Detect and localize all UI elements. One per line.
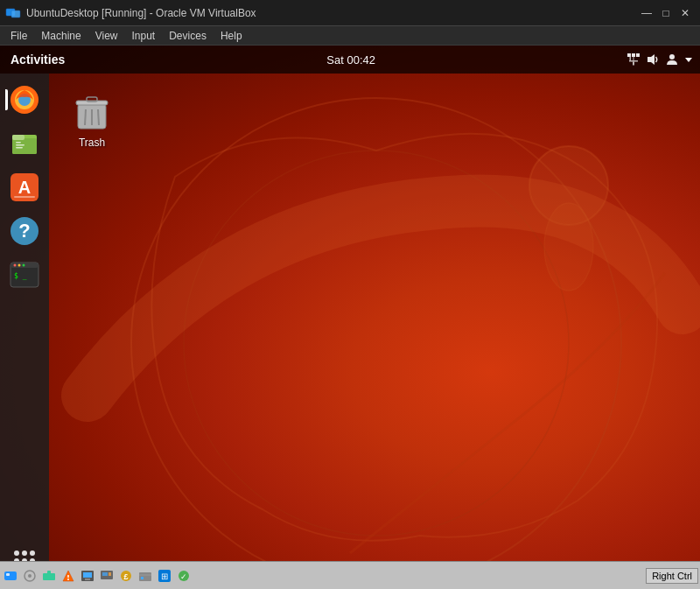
svg-text:✓: ✓ <box>180 572 187 581</box>
windows-taskbar: £ ⊞ ✓ Right Ctrl <box>0 561 700 589</box>
menu-bar: File Machine View Input Devices Help <box>0 26 700 46</box>
svg-rect-21 <box>12 135 24 140</box>
virtualbox-icon <box>5 5 21 21</box>
minimize-button[interactable]: — <box>637 4 656 23</box>
settings-dropdown-icon[interactable] <box>684 55 693 64</box>
network-icon[interactable] <box>626 53 640 67</box>
svg-rect-11 <box>629 60 638 62</box>
volume-icon[interactable] <box>646 53 660 67</box>
menu-input[interactable]: Input <box>125 28 163 44</box>
taskbar-icon-10[interactable]: ✓ <box>175 567 192 585</box>
svg-rect-68 <box>141 577 144 579</box>
menu-machine[interactable]: Machine <box>34 28 88 44</box>
svg-rect-50 <box>87 97 97 102</box>
svg-rect-27 <box>14 196 35 198</box>
menu-help[interactable]: Help <box>214 28 249 44</box>
svg-point-34 <box>23 264 25 267</box>
taskbar-icon-5[interactable] <box>79 567 96 585</box>
dock-item-software[interactable]: A <box>5 168 44 207</box>
gnome-topbar: Activities Sat 00:42 <box>0 46 700 74</box>
right-ctrl-button[interactable]: Right Ctrl <box>646 568 698 584</box>
svg-text:⊞: ⊞ <box>161 571 168 581</box>
svg-text:£: £ <box>123 572 128 581</box>
vm-window: Activities Sat 00:42 <box>0 46 700 589</box>
menu-file[interactable]: File <box>4 28 34 44</box>
svg-point-5 <box>544 203 593 291</box>
menu-view[interactable]: View <box>88 28 125 44</box>
svg-rect-9 <box>630 57 632 60</box>
taskbar-icon-3[interactable] <box>40 567 58 585</box>
title-bar: UbuntuDesktop [Running] - Oracle VM Virt… <box>0 0 700 26</box>
user-icon[interactable] <box>665 53 679 67</box>
svg-rect-52 <box>6 573 10 576</box>
menu-devices[interactable]: Devices <box>162 28 214 44</box>
svg-marker-13 <box>648 54 654 65</box>
trash-image <box>72 93 112 133</box>
trash-icon[interactable]: Trash <box>61 89 122 152</box>
taskbar-icon-1[interactable] <box>2 567 19 585</box>
svg-text:$ _: $ _ <box>14 272 27 280</box>
dock-item-help[interactable]: ? <box>5 212 44 250</box>
svg-point-54 <box>28 574 32 578</box>
svg-rect-7 <box>632 53 635 57</box>
svg-rect-55 <box>43 573 55 580</box>
svg-line-46 <box>85 109 86 125</box>
svg-rect-60 <box>83 572 92 578</box>
svg-point-36 <box>14 550 19 556</box>
taskbar-icon-4[interactable] <box>60 567 77 585</box>
svg-rect-6 <box>627 53 631 57</box>
dock-item-terminal[interactable]: $ _ <box>5 256 44 294</box>
trash-label: Trash <box>79 137 105 149</box>
window-title: UbuntuDesktop [Running] - Oracle VM Virt… <box>26 7 637 19</box>
svg-point-3 <box>184 151 569 536</box>
taskbar-icon-6[interactable] <box>98 567 116 585</box>
ubuntu-desktop[interactable]: Activities Sat 00:42 <box>0 46 700 589</box>
dock: A ? $ _ <box>0 74 49 589</box>
svg-rect-61 <box>85 578 90 580</box>
svg-point-58 <box>67 578 69 580</box>
svg-point-38 <box>30 550 35 556</box>
taskbar-icon-7[interactable]: £ <box>117 567 135 585</box>
dock-item-firefox[interactable] <box>5 81 44 119</box>
svg-rect-8 <box>636 53 640 57</box>
svg-rect-24 <box>16 147 23 149</box>
svg-rect-23 <box>16 144 24 146</box>
maximize-button[interactable]: □ <box>656 4 676 23</box>
taskbar-icon-9[interactable]: ⊞ <box>156 567 173 585</box>
svg-text:?: ? <box>18 220 30 242</box>
svg-point-14 <box>669 54 675 60</box>
svg-rect-67 <box>139 572 151 581</box>
svg-rect-12 <box>633 62 634 66</box>
taskbar-icons: £ ⊞ ✓ <box>2 567 646 585</box>
taskbar-icon-8[interactable] <box>136 567 154 585</box>
svg-point-2 <box>131 98 621 588</box>
svg-line-48 <box>98 109 99 125</box>
gnome-clock[interactable]: Sat 00:42 <box>75 53 626 67</box>
svg-point-37 <box>22 550 27 556</box>
activities-button[interactable]: Activities <box>0 46 75 74</box>
svg-point-4 <box>529 146 608 225</box>
svg-rect-10 <box>634 57 634 60</box>
taskbar-icon-2[interactable] <box>21 567 38 585</box>
system-tray <box>626 53 700 67</box>
svg-rect-1 <box>11 11 20 18</box>
svg-text:A: A <box>18 178 31 197</box>
svg-rect-56 <box>47 571 51 574</box>
svg-marker-15 <box>685 58 692 62</box>
dock-item-files[interactable] <box>5 124 44 163</box>
svg-point-32 <box>14 264 17 267</box>
svg-rect-22 <box>16 142 21 144</box>
svg-point-33 <box>18 264 21 267</box>
svg-rect-20 <box>12 138 37 154</box>
svg-rect-64 <box>108 572 111 576</box>
close-button[interactable]: ✕ <box>676 4 695 23</box>
desktop-icons: Trash <box>61 89 122 152</box>
svg-rect-51 <box>4 571 17 580</box>
svg-rect-63 <box>102 572 108 576</box>
